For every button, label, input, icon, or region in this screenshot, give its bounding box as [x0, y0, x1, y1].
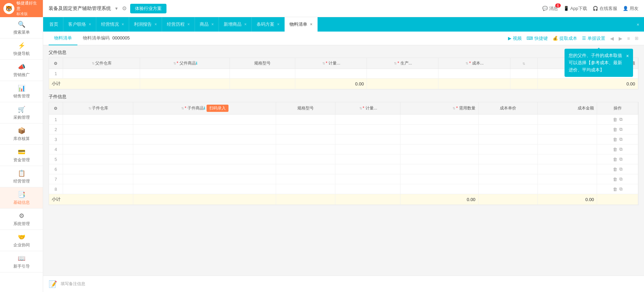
parent-spec-1[interactable]: [230, 69, 295, 79]
nav-tab-close-2[interactable]: ×: [122, 22, 124, 27]
child-spec-5[interactable]: [276, 154, 335, 164]
child-qty-4[interactable]: [400, 144, 478, 154]
child-spec-2[interactable]: [276, 125, 335, 135]
child-spec-8[interactable]: [276, 184, 335, 194]
sub-tab-0[interactable]: 物料清单: [49, 32, 77, 45]
child-unit-2[interactable]: [335, 125, 400, 135]
nav-tab-close-6[interactable]: ×: [244, 22, 247, 27]
nav-tab-close-1[interactable]: ×: [89, 22, 91, 27]
child-spec-6[interactable]: [276, 164, 335, 174]
app-download-btn[interactable]: 📱 App下载: [564, 5, 587, 12]
parent-th-gear[interactable]: ⚙: [49, 58, 63, 69]
child-unit-3[interactable]: [335, 135, 400, 144]
child-th-gear[interactable]: ⚙: [49, 102, 63, 115]
sort-icon[interactable]: ⇅: [522, 62, 525, 66]
sidebar-item-8[interactable]: 📑 基础信息: [0, 187, 43, 209]
child-warehouse-8[interactable]: [63, 184, 133, 194]
sidebar-item-6[interactable]: 💳 资金管理: [0, 145, 43, 166]
child-unit-8[interactable]: [335, 184, 400, 194]
child-warehouse-5[interactable]: [63, 154, 133, 164]
sort-icon[interactable]: ⇅: [394, 61, 397, 65]
sidebar-item-7[interactable]: 📋 经营管理: [0, 166, 43, 187]
child-warehouse-6[interactable]: [63, 164, 133, 174]
nav-tab-close-4[interactable]: ×: [187, 22, 190, 27]
child-cost-price-3[interactable]: [478, 135, 537, 144]
delete-icon-3[interactable]: 🗑: [613, 137, 617, 142]
next-page-btn[interactable]: ▶: [619, 36, 622, 41]
child-product-7[interactable]: [133, 174, 276, 184]
child-qty-5[interactable]: [400, 154, 478, 164]
delete-icon-8[interactable]: 🗑: [613, 187, 617, 192]
child-cost-price-4[interactable]: [478, 144, 537, 154]
child-qty-8[interactable]: [400, 184, 478, 194]
delete-icon-1[interactable]: 🗑: [613, 117, 617, 122]
delete-icon-2[interactable]: 🗑: [613, 127, 617, 132]
nav-tab-close-5[interactable]: ×: [211, 22, 214, 27]
sidebar-item-1[interactable]: ⚡ 快捷导航: [0, 38, 43, 60]
sort-icon[interactable]: ⇅: [173, 61, 176, 65]
sidebar-item-0[interactable]: 🔍 搜索菜单: [0, 17, 43, 38]
sidebar-item-3[interactable]: 📊 销售管理: [0, 81, 43, 102]
nav-tab-6[interactable]: 新增商品×: [219, 17, 252, 32]
nav-tab-5[interactable]: 商品×: [195, 17, 219, 32]
child-unit-5[interactable]: [335, 154, 400, 164]
child-unit-1[interactable]: [335, 115, 400, 125]
nav-tab-8[interactable]: 物料清单×: [285, 17, 318, 32]
system-dropdown-icon[interactable]: ▼: [114, 6, 119, 11]
scan-btn[interactable]: 扫码录入: [207, 105, 228, 112]
nav-tab-close-7[interactable]: ×: [277, 22, 280, 27]
child-unit-7[interactable]: [335, 174, 400, 184]
child-product-6[interactable]: [133, 164, 276, 174]
child-qty-7[interactable]: [400, 174, 478, 184]
child-cost-price-7[interactable]: [478, 174, 537, 184]
child-product-5[interactable]: [133, 154, 276, 164]
sub-tab-1[interactable]: 物料清单编码 0000005: [77, 32, 135, 45]
nav-tab-close-3[interactable]: ×: [154, 22, 157, 27]
prev-page-btn[interactable]: ◀: [610, 36, 614, 41]
delete-icon-5[interactable]: 🗑: [613, 157, 617, 162]
parent-unit-1[interactable]: [295, 69, 367, 79]
sort-icon[interactable]: ⇅: [92, 61, 95, 65]
nav-tab-4[interactable]: 经营历程×: [162, 17, 195, 32]
nav-tab-1[interactable]: 客户联络×: [63, 17, 96, 32]
nav-tab-0[interactable]: 首页: [45, 17, 63, 32]
child-spec-3[interactable]: [276, 135, 335, 144]
child-qty-3[interactable]: [400, 135, 478, 144]
copy-icon-1[interactable]: ⧉: [619, 117, 622, 122]
close-all-tabs-btn[interactable]: ×: [633, 22, 643, 27]
delete-icon-4[interactable]: 🗑: [613, 147, 617, 152]
parent-warehouse-1[interactable]: [63, 69, 140, 79]
child-product-1[interactable]: [133, 115, 276, 125]
child-cost-price-6[interactable]: [478, 164, 537, 174]
copy-icon-4[interactable]: ⧉: [619, 147, 622, 152]
tooltip-close-btn[interactable]: ×: [626, 52, 629, 60]
child-cost-price-8[interactable]: [478, 184, 537, 194]
note-hint[interactable]: 填写备注信息: [61, 281, 85, 287]
child-warehouse-4[interactable]: [63, 144, 133, 154]
child-qty-1[interactable]: [400, 115, 478, 125]
sidebar-item-9[interactable]: ⚙ 系统管理: [0, 209, 43, 230]
child-unit-4[interactable]: [335, 144, 400, 154]
copy-icon-6[interactable]: ⧉: [619, 166, 622, 172]
delete-icon-7[interactable]: 🗑: [613, 177, 617, 182]
sort-icon[interactable]: ⇅: [466, 61, 468, 65]
parent-cost-1[interactable]: [438, 69, 510, 79]
delete-icon-6[interactable]: 🗑: [613, 167, 617, 172]
child-product-4[interactable]: [133, 144, 276, 154]
settings-icon[interactable]: ⚙: [122, 5, 127, 12]
copy-icon-7[interactable]: ⧉: [619, 176, 622, 182]
try-btn[interactable]: 体验行业方案: [130, 4, 166, 13]
online-support-btn[interactable]: 🎧 在线客服: [593, 5, 617, 12]
sort-icon[interactable]: ⇅: [322, 61, 325, 65]
sidebar-item-11[interactable]: 📖 新手引导: [0, 251, 43, 272]
bill-settings-btn[interactable]: ☰ 单据设置: [582, 35, 605, 42]
nav-tab-2[interactable]: 经营情况×: [96, 17, 129, 32]
child-warehouse-3[interactable]: [63, 135, 133, 144]
nav-tab-7[interactable]: 条码方案×: [252, 17, 285, 32]
child-warehouse-7[interactable]: [63, 174, 133, 184]
shortcut-btn[interactable]: ⌨ 快捷键: [527, 35, 548, 42]
nav-tab-3[interactable]: 利润报告×: [129, 17, 162, 32]
copy-icon-8[interactable]: ⧉: [619, 186, 622, 192]
child-product-3[interactable]: [133, 135, 276, 144]
video-btn[interactable]: ▶ 视频: [508, 35, 522, 42]
